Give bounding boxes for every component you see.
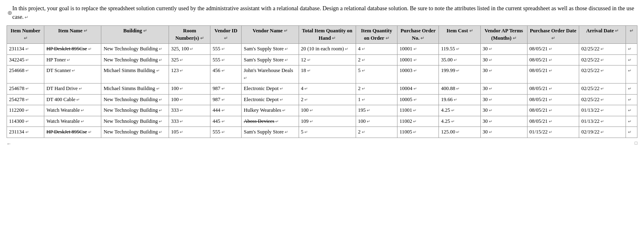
- table-cell: 08/05/21 ↵: [527, 94, 579, 105]
- table-cell: 02/25/22 ↵: [579, 54, 626, 66]
- cell-value: 08/05/21: [530, 68, 548, 73]
- th-vendor-name: Vendor Name ↵: [242, 26, 299, 44]
- th-item-cost: Item Cost ↵: [439, 26, 480, 44]
- intro-return-symbol: ↵: [24, 15, 29, 20]
- cell-value: 02/25/22: [581, 86, 599, 91]
- cell-value: New Technology Building: [103, 97, 158, 102]
- cell-value: 02/25/22: [581, 68, 599, 73]
- table-cell: 2 ↵: [356, 54, 397, 66]
- table-cell: 333 ↵: [169, 116, 210, 127]
- cell-value: New Technology Building: [103, 46, 158, 52]
- table-cell: 231134 ↵: [7, 127, 44, 138]
- cell-value: DT Scanner: [46, 68, 71, 73]
- table-row: 254678 ↵DT Hard Drive ↵Michael Simms Bui…: [7, 84, 637, 95]
- table-cell: New Technology Building ↵: [101, 54, 169, 66]
- return-symbol: ↵: [488, 97, 492, 102]
- table-cell: 254678 ↵: [7, 84, 44, 95]
- table-cell-extra: ↵: [626, 44, 637, 55]
- table-cell: 10005 ↵: [397, 94, 439, 105]
- table-row: 254668 ↵DT Scanner ↵Michael Simms Buildi…: [7, 66, 637, 84]
- table-cell: New Technology Building ↵: [101, 116, 169, 127]
- cell-value: 342245: [9, 57, 25, 63]
- cell-value: 30: [483, 129, 488, 135]
- return-symbol: ↵: [488, 86, 492, 91]
- cell-value: New Technology Building: [103, 118, 158, 124]
- table-cell: 10004 ↵: [397, 84, 439, 95]
- cell-value: 987: [212, 86, 220, 91]
- return-symbol: ↵: [179, 68, 183, 73]
- row-end-symbol: ↵: [628, 119, 631, 124]
- table-cell: 119.55 ↵: [439, 44, 480, 55]
- return-symbol: ↵: [548, 86, 552, 91]
- table-cell: 555 ↵: [210, 44, 242, 55]
- th-qty-on-order: Item Quantity on Order ↵: [356, 26, 397, 44]
- cell-value: 11005: [400, 129, 412, 135]
- table-cell: 555 ↵: [210, 127, 242, 138]
- table-cell: DT Hard Drive ↵: [44, 84, 101, 95]
- table-cell: Watch Wearable ↵: [44, 116, 101, 127]
- cell-value: Michael Simms Building: [103, 86, 155, 91]
- return-symbol: ↵: [179, 108, 183, 113]
- cell-value: 105: [171, 129, 179, 135]
- return-symbol: ↵: [220, 68, 225, 73]
- cell-value: Sam's Supply Store: [244, 129, 283, 135]
- return-symbol: ↵: [412, 108, 417, 113]
- table-cell: 01/13/22 ↵: [579, 116, 626, 127]
- cell-value: HP DeskJet 895Cse: [46, 129, 87, 135]
- table-cell-extra: ↵: [626, 94, 637, 105]
- return-symbol: ↵: [155, 68, 160, 73]
- return-symbol: ↵: [179, 86, 183, 91]
- cell-value: 08/05/21: [530, 46, 548, 52]
- cell-value: 08/05/21: [530, 86, 548, 91]
- cell-value: 325, 100: [171, 46, 189, 52]
- row-end-symbol: ↵: [628, 68, 631, 73]
- return-symbol: ↵: [548, 68, 552, 73]
- table-cell: 10001 ↵: [397, 44, 439, 55]
- table-cell: 987 ↵: [210, 94, 242, 105]
- return-symbol: ↵: [179, 97, 183, 102]
- return-symbol: ↵: [274, 119, 279, 124]
- return-symbol: ↵: [366, 108, 370, 113]
- cell-value: 109: [301, 118, 309, 124]
- return-symbol: ↵: [455, 86, 460, 91]
- row-end-symbol: ↵: [628, 130, 631, 134]
- cell-value: 11001: [400, 107, 412, 113]
- table-cell: 01/15/22 ↵: [527, 127, 579, 138]
- return-symbol: ↵: [220, 47, 225, 51]
- table-cell: HP DeskJet 895Cse ↵: [44, 127, 101, 138]
- return-symbol: ↵: [488, 68, 492, 73]
- return-symbol: ↵: [220, 130, 225, 134]
- table-row: 342245 ↵HP Toner ↵New Technology Buildin…: [7, 54, 637, 66]
- table-cell: DT 400 Cable ↵: [44, 94, 101, 105]
- return-symbol: ↵: [24, 108, 29, 113]
- table-cell: 100 ↵: [299, 105, 356, 116]
- cell-value: 325: [171, 57, 179, 63]
- table-cell: 5 ↵: [356, 66, 397, 84]
- table-cell: 456 ↵: [210, 66, 242, 84]
- cell-value: 30: [483, 118, 488, 124]
- return-symbol: ↵: [78, 86, 82, 91]
- table-cell: New Technology Building ↵: [101, 94, 169, 105]
- return-symbol: ↵: [600, 97, 604, 102]
- return-symbol: ↵: [488, 130, 492, 134]
- cell-value: 333: [171, 107, 179, 113]
- table-cell: Michael Simms Building ↵: [101, 84, 169, 95]
- cell-value: 30: [483, 46, 488, 52]
- return-symbol: ↵: [600, 86, 604, 91]
- table-cell: 08/05/21 ↵: [527, 54, 579, 66]
- table-cell-extra: ↵: [626, 84, 637, 95]
- table-cell: 4 ↵: [356, 44, 397, 55]
- table-cell: 342245 ↵: [7, 54, 44, 66]
- table-cell: DT Scanner ↵: [44, 66, 101, 84]
- table-cell: 444 ↵: [210, 105, 242, 116]
- table-row: 231134 ↵HP DeskJet 895Cse ↵New Technolog…: [7, 127, 637, 138]
- table-cell: Sam's Supply Store ↵: [242, 44, 299, 55]
- return-symbol: ↵: [308, 108, 313, 113]
- table-cell: 30 ↵: [480, 54, 527, 66]
- table-cell: 02/25/22 ↵: [579, 44, 626, 55]
- bottom-arrow-icon: ←: [7, 141, 11, 147]
- return-symbol: ↵: [452, 58, 457, 62]
- cell-value: New Technology Building: [103, 57, 158, 63]
- return-symbol: ↵: [361, 58, 365, 62]
- cell-value: 456: [212, 68, 220, 73]
